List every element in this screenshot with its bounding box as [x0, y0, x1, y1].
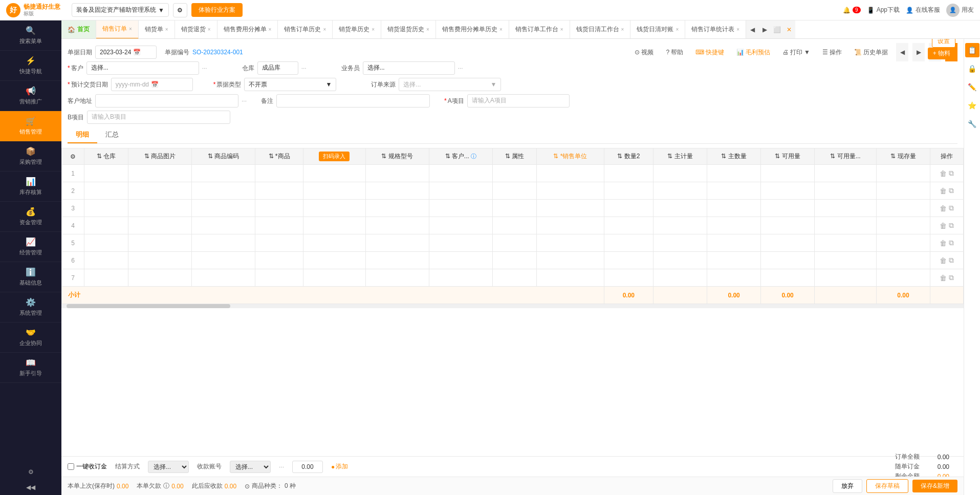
right-icon-5[interactable]: 🔧: [965, 117, 979, 131]
delete-icon[interactable]: 🗑: [940, 169, 947, 178]
right-icon-3[interactable]: ✏️: [965, 80, 979, 94]
online-service[interactable]: 👤 在线客服: [906, 6, 940, 14]
salesperson-input[interactable]: 选择...: [363, 61, 455, 75]
account-select[interactable]: 选择...: [230, 461, 271, 473]
col-qty2[interactable]: ⇅ 数量2: [604, 148, 654, 165]
tab-home[interactable]: 🏠 首页: [61, 20, 96, 39]
tab-next-button[interactable]: ▶: [758, 20, 771, 39]
tab-sales-workbench[interactable]: 销售订单工作台 ×: [509, 20, 570, 39]
remark-input[interactable]: [276, 94, 430, 107]
invoice-select[interactable]: 不开票 ▼: [244, 78, 336, 91]
amount-input[interactable]: [292, 461, 323, 473]
close-icon[interactable]: ×: [269, 27, 272, 32]
sidebar-item-collab[interactable]: 🤝 企业协同: [0, 322, 61, 353]
payment-method-select[interactable]: 选择...: [148, 461, 189, 473]
delete-icon[interactable]: 🗑: [940, 256, 947, 265]
col-unit[interactable]: ⇅ *销售单位: [537, 148, 604, 165]
delete-icon[interactable]: 🗑: [940, 239, 947, 247]
tab-summary[interactable]: 汇总: [97, 127, 127, 143]
warehouse-dots[interactable]: ···: [301, 64, 307, 72]
col-stock[interactable]: ⇅ 现存量: [876, 148, 930, 165]
sidebar-settings[interactable]: ⚙: [0, 464, 61, 480]
copy-icon[interactable]: ⧉: [949, 186, 954, 195]
copy-icon[interactable]: ⧉: [949, 239, 954, 247]
tab-sales-expense[interactable]: 销售费用分摊单 ×: [217, 20, 278, 39]
customer-input[interactable]: 选择...: [86, 61, 199, 75]
close-icon[interactable]: ×: [621, 27, 624, 32]
sidebar-item-operations[interactable]: 📈 经营管理: [0, 232, 61, 262]
sidebar-item-sales[interactable]: 🛒 销售管理: [0, 111, 61, 141]
tab-sales-order-history[interactable]: 销售订单历史 ×: [278, 20, 333, 39]
delivery-input[interactable]: yyyy-mm-dd 📅: [111, 78, 193, 91]
tab-prev-button[interactable]: ◀: [746, 20, 758, 39]
delete-icon[interactable]: 🗑: [940, 274, 947, 282]
sidebar-item-marketing[interactable]: 📢 营销推广: [0, 81, 61, 111]
col-avail2[interactable]: ⇅ 可用量...: [815, 148, 877, 165]
close-icon[interactable]: ×: [323, 27, 326, 32]
delete-icon[interactable]: 🗑: [940, 187, 947, 195]
scan-button[interactable]: 扫码录入: [319, 152, 350, 161]
tab-daily-reconcile[interactable]: 钱货日清对账 ×: [630, 20, 685, 39]
sidebar-item-system[interactable]: ⚙️ 系统管理: [0, 292, 61, 322]
order-source-input[interactable]: 选择... ▼: [399, 78, 501, 91]
tab-sales-invoice-history[interactable]: 销货单历史 ×: [333, 20, 381, 39]
delete-icon[interactable]: 🗑: [940, 222, 947, 230]
col-main-qty[interactable]: ⇅ 主数量: [707, 148, 761, 165]
customer-dots[interactable]: ···: [202, 64, 207, 72]
quick-deposit-check[interactable]: [68, 463, 74, 470]
sidebar-item-nav[interactable]: ⚡ 快捷导航: [0, 51, 61, 81]
save-new-button[interactable]: 保存&新增: [912, 480, 957, 492]
close-icon[interactable]: ×: [736, 27, 739, 32]
tab-sales-return-history[interactable]: 销货退货历史 ×: [381, 20, 436, 39]
tab-daily-workbench[interactable]: 钱货日清工作台 ×: [570, 20, 631, 39]
close-icon[interactable]: ×: [208, 27, 211, 32]
dots-icon[interactable]: ···: [279, 463, 284, 470]
salesperson-dots[interactable]: ···: [458, 64, 463, 72]
warehouse-input[interactable]: 成品库: [257, 61, 298, 75]
col-image[interactable]: ⇅ 商品图片: [128, 148, 192, 165]
copy-icon[interactable]: ⧉: [949, 204, 954, 212]
sidebar-collapse-button[interactable]: ◀◀: [0, 480, 61, 495]
col-spec[interactable]: ⇅ 规格型号: [365, 148, 429, 165]
right-icon-1[interactable]: 📋: [965, 43, 979, 57]
close-icon[interactable]: ×: [499, 27, 503, 32]
tab-detail[interactable]: 明细: [68, 127, 97, 143]
close-icon[interactable]: ×: [372, 27, 375, 32]
notification-bell[interactable]: 🔔 9: [843, 7, 861, 14]
add-button[interactable]: ● 添加: [331, 462, 348, 471]
close-icon[interactable]: ×: [129, 26, 132, 32]
copy-icon[interactable]: ⧉: [949, 256, 954, 265]
bproject-input[interactable]: 请输入B项目: [87, 111, 230, 124]
solution-button[interactable]: 体验行业方案: [191, 3, 243, 17]
sidebar-item-finance[interactable]: 💰 资金管理: [0, 202, 61, 232]
setup-button[interactable]: 设置: [932, 39, 955, 48]
col-code[interactable]: ⇅ 商品编码: [192, 148, 255, 165]
system-selector[interactable]: 装备及固定资产辅助管理系统 ▼: [72, 3, 169, 17]
copy-icon[interactable]: ⧉: [949, 169, 954, 178]
tab-sales-report[interactable]: 销售订单统计表 ×: [685, 20, 746, 39]
aproject-input[interactable]: 请输入A项目: [467, 94, 570, 107]
col-main-unit[interactable]: ⇅ 主计量: [654, 148, 707, 165]
app-download[interactable]: 📱 App下载: [867, 6, 900, 14]
copy-icon[interactable]: ⧉: [949, 273, 954, 282]
horizontal-scrollbar[interactable]: [61, 304, 964, 308]
add-material-button[interactable]: + 物料: [928, 48, 955, 59]
settings-icon[interactable]: ⚙: [173, 3, 187, 17]
user-menu[interactable]: 👤 用友: [946, 4, 974, 17]
sidebar-item-info[interactable]: ℹ️ 基础信息: [0, 262, 61, 292]
save-draft-button[interactable]: 保存草稿: [866, 479, 908, 493]
col-avail[interactable]: ⇅ 可用量: [761, 148, 815, 165]
sidebar-item-purchase[interactable]: 📦 采购管理: [0, 141, 61, 171]
tab-sales-order[interactable]: 销售订单 ×: [96, 20, 139, 39]
sidebar-item-guide[interactable]: 📖 新手引导: [0, 353, 61, 383]
close-icon[interactable]: ×: [426, 27, 429, 32]
discard-button[interactable]: 放弃: [833, 479, 862, 493]
close-icon[interactable]: ×: [560, 27, 563, 32]
right-icon-4[interactable]: ⭐: [965, 98, 979, 113]
close-icon[interactable]: ×: [165, 27, 168, 32]
copy-icon[interactable]: ⧉: [949, 221, 954, 230]
tab-expense-history[interactable]: 销售费用分摊单历史 ×: [436, 20, 509, 39]
col-warehouse[interactable]: ⇅ 仓库: [84, 148, 128, 165]
sidebar-item-inventory[interactable]: 📊 库存核算: [0, 171, 61, 202]
col-attr[interactable]: ⇅ 属性: [493, 148, 537, 165]
